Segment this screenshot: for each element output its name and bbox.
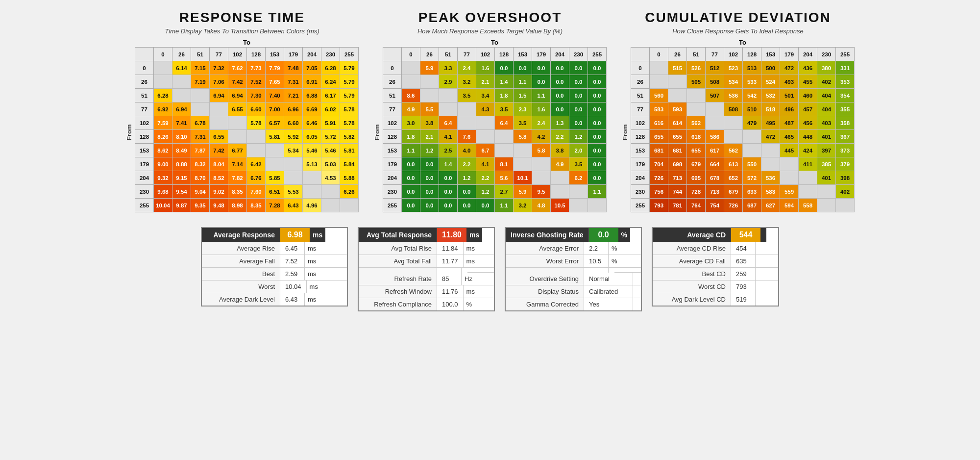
cell-9-4: 713 bbox=[706, 185, 724, 199]
cell-4-5 bbox=[724, 116, 743, 130]
cell-1-6: 7.52 bbox=[247, 75, 266, 89]
cell-8-2: 0.0 bbox=[420, 171, 439, 185]
cell-6-11: 5.81 bbox=[340, 144, 359, 157]
cd-stats-box: Average CD 544 Average CD Rise 454 Avera… bbox=[652, 227, 779, 307]
cell-0-11: 5.79 bbox=[340, 61, 359, 75]
ig-gc-value: Yes bbox=[584, 298, 633, 310]
cell-1-3: 505 bbox=[687, 75, 706, 89]
cell-3-2: 593 bbox=[668, 102, 687, 116]
cell-8-11: 5.88 bbox=[340, 171, 359, 185]
cell-10-3: 764 bbox=[687, 199, 706, 212]
po-spacer bbox=[359, 268, 494, 273]
cell-0-9: 436 bbox=[799, 61, 817, 75]
cd-table: 0265177102128153179204230255051552651252… bbox=[631, 47, 855, 212]
cell-4-6: 5.78 bbox=[247, 116, 266, 130]
cell-0-7: 500 bbox=[761, 61, 780, 75]
cell-10-10 bbox=[569, 199, 588, 212]
header-2: 26 bbox=[420, 48, 439, 61]
cell-7-8 bbox=[532, 157, 551, 171]
from-128: 128 bbox=[631, 130, 650, 144]
cell-3-1: 4.9 bbox=[402, 102, 420, 116]
cell-3-2: 5.5 bbox=[420, 102, 439, 116]
cell-6-6 bbox=[743, 144, 761, 157]
cell-4-11: 358 bbox=[836, 116, 855, 130]
rt-worst-value: 10.04 bbox=[280, 281, 307, 293]
cell-2-2 bbox=[668, 89, 687, 102]
cell-0-4: 2.4 bbox=[458, 61, 476, 75]
cell-7-5: 7.14 bbox=[228, 157, 247, 171]
cell-5-8: 465 bbox=[780, 130, 799, 144]
cell-7-6: 8.1 bbox=[495, 157, 514, 171]
cell-0-4: 512 bbox=[706, 61, 724, 75]
from-204: 204 bbox=[135, 171, 154, 185]
cell-4-9: 6.46 bbox=[303, 116, 321, 130]
cell-6-9: 3.8 bbox=[551, 144, 569, 157]
from-255: 255 bbox=[135, 199, 154, 212]
cell-2-5: 536 bbox=[724, 89, 743, 102]
ig-avg-unit: % bbox=[618, 228, 630, 242]
cell-5-3: 618 bbox=[687, 130, 706, 144]
cell-7-4: 2.2 bbox=[458, 157, 476, 171]
cell-7-10: 385 bbox=[817, 157, 836, 171]
cell-8-1: 9.32 bbox=[154, 171, 172, 185]
ig-ds-row: Display Status Calibrated bbox=[506, 285, 641, 298]
cell-6-4: 7.42 bbox=[210, 144, 228, 157]
cell-10-2: 0.0 bbox=[420, 199, 439, 212]
cell-5-11: 5.82 bbox=[340, 130, 359, 144]
from-77: 77 bbox=[631, 102, 650, 116]
cell-4-1: 3.0 bbox=[402, 116, 420, 130]
cell-3-10: 404 bbox=[817, 102, 836, 116]
cell-2-10: 404 bbox=[817, 89, 836, 102]
header-0 bbox=[135, 48, 154, 61]
rt-best-unit: ms bbox=[305, 268, 319, 280]
cell-9-6: 7.60 bbox=[247, 185, 266, 199]
cd-worst-label: Worst CD bbox=[653, 281, 731, 293]
cell-1-4: 508 bbox=[706, 75, 724, 89]
from-102: 102 bbox=[383, 116, 402, 130]
cell-5-11: 367 bbox=[836, 130, 855, 144]
rt-avg-unit: ms bbox=[310, 228, 325, 242]
cell-9-10 bbox=[569, 185, 588, 199]
cell-1-8: 7.31 bbox=[284, 75, 303, 89]
cell-2-6: 7.30 bbox=[247, 89, 266, 102]
cell-0-11: 331 bbox=[836, 61, 855, 75]
to-label-po: To bbox=[383, 39, 607, 46]
cell-6-1: 8.62 bbox=[154, 144, 172, 157]
cell-3-9: 6.69 bbox=[303, 102, 321, 116]
header-5: 102 bbox=[476, 48, 495, 61]
cell-0-6: 0.0 bbox=[495, 61, 514, 75]
po-refresh-unit: Hz bbox=[462, 273, 475, 285]
cell-1-4: 7.06 bbox=[210, 75, 228, 89]
cell-1-1 bbox=[402, 75, 420, 89]
rt-avg-label: Average Response bbox=[202, 228, 280, 242]
po-rise-value: 11.84 bbox=[437, 242, 464, 255]
cell-5-7: 5.81 bbox=[266, 130, 284, 144]
cell-8-11: 398 bbox=[836, 171, 855, 185]
cell-9-7: 6.51 bbox=[266, 185, 284, 199]
cell-1-7: 1.1 bbox=[514, 75, 532, 89]
po-compliance-value: 100.0 bbox=[437, 298, 464, 310]
cell-5-8: 4.2 bbox=[532, 130, 551, 144]
cell-1-8: 0.0 bbox=[532, 75, 551, 89]
cell-2-11: 0.0 bbox=[588, 89, 607, 102]
cell-7-3: 8.32 bbox=[191, 157, 210, 171]
cell-1-3: 2.9 bbox=[439, 75, 458, 89]
cell-10-5: 8.98 bbox=[228, 199, 247, 212]
po-compliance-label: Refresh Compliance bbox=[359, 298, 437, 310]
cell-2-5: 6.94 bbox=[228, 89, 247, 102]
cell-8-11: 0.0 bbox=[588, 171, 607, 185]
cell-5-10: 5.72 bbox=[321, 130, 340, 144]
from-label-po: From bbox=[373, 57, 381, 208]
cell-1-8: 493 bbox=[780, 75, 799, 89]
from-26: 26 bbox=[135, 75, 154, 89]
po-compliance-unit: % bbox=[464, 298, 475, 310]
po-fall-value: 11.77 bbox=[437, 255, 464, 267]
cell-3-7: 7.00 bbox=[266, 102, 284, 116]
cell-0-5: 523 bbox=[724, 61, 743, 75]
rt-dark-unit: ms bbox=[305, 293, 319, 306]
cell-5-4: 586 bbox=[706, 130, 724, 144]
po-rise-unit: ms bbox=[464, 242, 478, 255]
cell-0-8: 472 bbox=[780, 61, 799, 75]
cell-4-8: 2.4 bbox=[532, 116, 551, 130]
cell-6-5: 6.7 bbox=[476, 144, 495, 157]
